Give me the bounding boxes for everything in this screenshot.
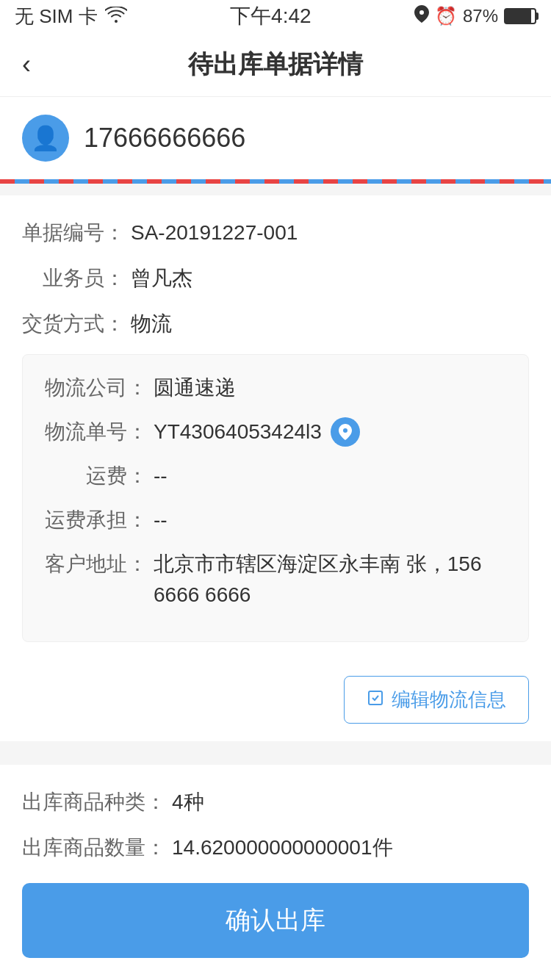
alarm-icon: ⏰ <box>435 6 457 26</box>
goods-quantity-row: 出库商品数量： 14.620000000000001件 <box>22 832 529 863</box>
address-value: 北京市市辖区海淀区永丰南 张，156 6666 6666 <box>154 549 506 610</box>
goods-type-value: 4种 <box>172 787 529 818</box>
avatar-icon: 👤 <box>31 124 60 152</box>
back-button[interactable]: ‹ <box>22 49 31 80</box>
battery-label: 87% <box>463 6 498 26</box>
edit-logistics-button[interactable]: 编辑物流信息 <box>344 676 529 724</box>
carrier-label: 无 SIM 卡 <box>15 4 98 29</box>
edit-icon <box>367 689 384 711</box>
order-no-value: SA-20191227-001 <box>131 217 529 248</box>
svg-rect-0 <box>369 691 382 705</box>
status-left: 无 SIM 卡 <box>15 4 127 29</box>
order-info-section: 单据编号： SA-20191227-001 业务员： 曾凡杰 交货方式： 物流 … <box>0 195 551 664</box>
salesperson-value: 曾凡杰 <box>131 263 529 294</box>
confirm-button[interactable]: 确认出库 <box>22 883 529 958</box>
order-no-label: 单据编号： <box>22 217 125 248</box>
tracking-no-row: 物流单号： YT43064053424l3 <box>45 417 506 447</box>
customer-phone: 17666666666 <box>84 123 245 154</box>
freight-value: -- <box>154 461 506 491</box>
logistics-company-value: 圆通速递 <box>154 372 506 403</box>
delivery-method-row: 交货方式： 物流 <box>22 309 529 339</box>
logistics-company-label: 物流公司： <box>45 372 148 403</box>
salesperson-label: 业务员： <box>22 263 125 294</box>
freight-bear-label: 运费承担： <box>45 505 148 536</box>
section-divider-1 <box>0 741 551 753</box>
confirm-btn-wrapper: 确认出库 <box>0 868 551 980</box>
goods-type-label: 出库商品种类： <box>22 787 166 818</box>
time-label: 下午4:42 <box>230 2 311 30</box>
goods-quantity-label: 出库商品数量： <box>22 832 166 863</box>
address-row: 客户地址： 北京市市辖区海淀区永丰南 张，156 6666 6666 <box>45 549 506 610</box>
page-title: 待出库单据详情 <box>188 48 363 82</box>
freight-label: 运费： <box>45 461 148 491</box>
freight-bear-row: 运费承担： -- <box>45 505 506 536</box>
wifi-icon <box>105 5 127 28</box>
status-bar: 无 SIM 卡 下午4:42 ⏰ 87% <box>0 0 551 32</box>
delivery-method-value: 物流 <box>131 309 529 339</box>
logistics-company-row: 物流公司： 圆通速递 <box>45 372 506 403</box>
logistics-card: 物流公司： 圆通速递 物流单号： YT43064053424l3 运费： -- <box>22 354 529 642</box>
status-right: ⏰ 87% <box>414 5 536 27</box>
delivery-method-label: 交货方式： <box>22 309 125 339</box>
avatar: 👤 <box>22 115 69 162</box>
goods-quantity-value: 14.620000000000001件 <box>172 832 529 863</box>
freight-bear-value: -- <box>154 505 506 536</box>
nav-bar: ‹ 待出库单据详情 <box>0 32 551 97</box>
customer-header: 👤 17666666666 <box>0 97 551 179</box>
tracking-no-label: 物流单号： <box>45 417 148 447</box>
freight-row: 运费： -- <box>45 461 506 491</box>
tracking-no-value: YT43064053424l3 <box>154 417 506 447</box>
location-status-icon <box>414 5 429 27</box>
battery-icon <box>504 8 536 24</box>
tracking-location-icon[interactable] <box>331 417 360 447</box>
edit-btn-container: 编辑物流信息 <box>0 664 551 741</box>
edit-logistics-label: 编辑物流信息 <box>392 687 506 713</box>
goods-type-row: 出库商品种类： 4种 <box>22 787 529 818</box>
dashed-separator <box>0 179 551 184</box>
order-no-row: 单据编号： SA-20191227-001 <box>22 217 529 248</box>
goods-section: 出库商品种类： 4种 出库商品数量： 14.620000000000001件 <box>0 765 551 885</box>
salesperson-row: 业务员： 曾凡杰 <box>22 263 529 294</box>
address-label: 客户地址： <box>45 549 148 610</box>
